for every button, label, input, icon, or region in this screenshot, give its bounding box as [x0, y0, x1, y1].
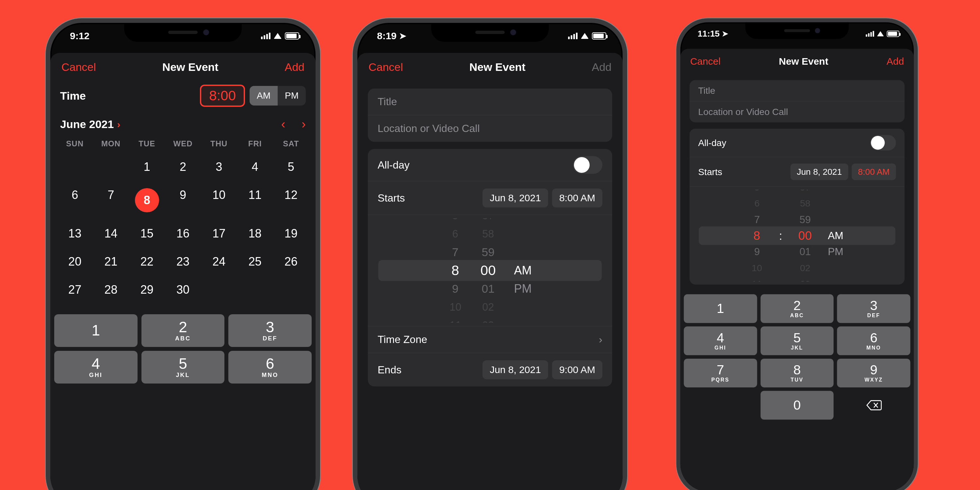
cancel-button[interactable]: Cancel	[369, 61, 403, 73]
keypad-key-3[interactable]: 3DEF	[837, 294, 910, 323]
keypad-key-4[interactable]: 4GHI	[54, 351, 137, 383]
all-day-row: All-day	[690, 129, 905, 157]
new-event-sheet: Cancel New Event Add Time 8:00 AM PM Jun…	[50, 53, 315, 490]
calendar-day[interactable]: 26	[273, 248, 309, 276]
keypad-key-1[interactable]: 1	[684, 294, 757, 323]
new-event-sheet: Cancel New Event Add Title Location or V…	[681, 49, 914, 490]
calendar-day[interactable]: 9	[165, 181, 201, 220]
keypad-key-2[interactable]: 2ABC	[760, 294, 834, 323]
starts-time-pill[interactable]: 8:00 AM	[552, 188, 602, 207]
calendar-dow: FRI	[237, 135, 273, 153]
starts-time-pill[interactable]: 8:00 AM	[852, 163, 896, 180]
calendar-day[interactable]: 22	[129, 248, 165, 276]
ends-time-pill[interactable]: 9:00 AM	[552, 360, 602, 379]
calendar-day[interactable]: 18	[237, 220, 273, 248]
device-notch	[431, 23, 549, 42]
wheel-ampm[interactable]: AMPM	[828, 189, 843, 282]
location-field[interactable]: Location or Video Call	[690, 101, 905, 122]
battery-icon	[592, 32, 606, 40]
calendar-day[interactable]: 19	[273, 220, 309, 248]
title-location-group: Title Location or Video Call	[690, 80, 905, 122]
wheel-ampm[interactable]: AMPM	[514, 218, 532, 323]
title-placeholder: Title	[698, 85, 715, 96]
calendar-day[interactable]: 15	[129, 220, 165, 248]
calendar-prev-button[interactable]: ‹	[281, 117, 285, 131]
all-day-toggle[interactable]	[573, 156, 602, 174]
starts-row: Starts Jun 8, 2021 8:00 AM	[690, 157, 905, 187]
nav-title: New Event	[779, 56, 828, 67]
am-option[interactable]: AM	[250, 86, 278, 105]
keypad-key-9[interactable]: 9WXYZ	[837, 359, 910, 387]
ends-row: Ends Jun 8, 2021 9:00 AM	[368, 353, 612, 387]
keypad-key-3[interactable]: 3DEF	[228, 314, 312, 347]
calendar-day[interactable]: 24	[201, 248, 237, 276]
location-placeholder: Location or Video Call	[378, 123, 480, 135]
time-input[interactable]: 8:00	[200, 84, 245, 107]
calendar-day[interactable]: 12	[273, 181, 309, 220]
calendar-dow: SUN	[57, 135, 93, 153]
calendar-day[interactable]: 23	[165, 248, 201, 276]
numeric-keypad: 12ABC3DEF4GHI5JKL6MNO7PQRS8TUV9WXYZ0	[681, 291, 914, 423]
starts-date-pill[interactable]: Jun 8, 2021	[482, 188, 548, 207]
time-wheel-picker[interactable]: 56789101157585900010203AMPM	[368, 218, 612, 323]
calendar-day[interactable]: 17	[201, 220, 237, 248]
pm-option[interactable]: PM	[278, 86, 306, 105]
title-field[interactable]: Title	[690, 80, 905, 101]
calendar-day[interactable]: 4	[237, 153, 273, 181]
calendar-day[interactable]: 8	[129, 181, 165, 220]
cancel-button[interactable]: Cancel	[690, 56, 721, 67]
calendar-day[interactable]: 6	[57, 181, 93, 220]
calendar-day[interactable]: 10	[201, 181, 237, 220]
calendar-month-button[interactable]: June 2021 ›	[60, 118, 120, 130]
calendar-day[interactable]: 2	[165, 153, 201, 181]
ampm-segment[interactable]: AM PM	[250, 86, 306, 105]
keypad-key-7[interactable]: 7PQRS	[684, 359, 757, 387]
calendar-day[interactable]: 28	[93, 276, 129, 304]
keypad-key-6[interactable]: 6MNO	[837, 326, 910, 355]
wheel-hour[interactable]: 567891011	[751, 189, 763, 282]
title-field[interactable]: Title	[368, 89, 612, 115]
calendar-dow: THU	[201, 135, 237, 153]
cancel-button[interactable]: Cancel	[61, 61, 96, 73]
wheel-hour[interactable]: 567891011	[449, 218, 462, 323]
device-notch	[124, 23, 242, 42]
calendar-day[interactable]: 25	[237, 248, 273, 276]
time-wheel-picker[interactable]: 567891011:57585900010203AMPM	[690, 189, 905, 282]
calendar-day[interactable]: 16	[165, 220, 201, 248]
calendar-day[interactable]: 30	[165, 276, 201, 304]
calendar-day[interactable]: 3	[201, 153, 237, 181]
calendar-day[interactable]: 20	[57, 248, 93, 276]
calendar-day[interactable]: 21	[93, 248, 129, 276]
numeric-keypad: 12ABC3DEF4GHI5JKL6MNO	[50, 310, 315, 387]
keypad-key-2[interactable]: 2ABC	[142, 314, 225, 347]
add-button[interactable]: Add	[285, 61, 304, 73]
backspace-key[interactable]	[837, 391, 910, 420]
nav-bar: Cancel New Event Add	[50, 53, 315, 81]
starts-date-pill[interactable]: Jun 8, 2021	[791, 163, 848, 180]
add-button[interactable]: Add	[886, 56, 904, 67]
calendar-day[interactable]: 5	[273, 153, 309, 181]
keypad-key-1[interactable]: 1	[54, 314, 137, 347]
calendar-day[interactable]: 11	[237, 181, 273, 220]
calendar-day[interactable]: 27	[57, 276, 93, 304]
calendar-day[interactable]: 1	[129, 153, 165, 181]
keypad-key-0[interactable]: 0	[760, 391, 834, 420]
location-field[interactable]: Location or Video Call	[368, 115, 612, 142]
wheel-minute[interactable]: 57585900010203	[480, 218, 496, 323]
ends-date-pill[interactable]: Jun 8, 2021	[482, 360, 548, 379]
keypad-key-5[interactable]: 5JKL	[760, 326, 834, 355]
calendar-dow: WED	[165, 135, 201, 153]
keypad-key-5[interactable]: 5JKL	[142, 351, 225, 383]
calendar-day[interactable]: 13	[57, 220, 93, 248]
timezone-row[interactable]: Time Zone ›	[368, 326, 612, 353]
add-button[interactable]: Add	[592, 61, 611, 73]
keypad-key-6[interactable]: 6MNO	[228, 351, 312, 383]
calendar-next-button[interactable]: ›	[302, 117, 306, 131]
calendar-day[interactable]: 14	[93, 220, 129, 248]
keypad-key-4[interactable]: 4GHI	[684, 326, 757, 355]
keypad-key-8[interactable]: 8TUV	[760, 359, 834, 387]
wheel-minute[interactable]: 57585900010203	[799, 189, 812, 282]
calendar-day[interactable]: 29	[129, 276, 165, 304]
calendar-day[interactable]: 7	[93, 181, 129, 220]
all-day-toggle[interactable]	[870, 135, 896, 151]
